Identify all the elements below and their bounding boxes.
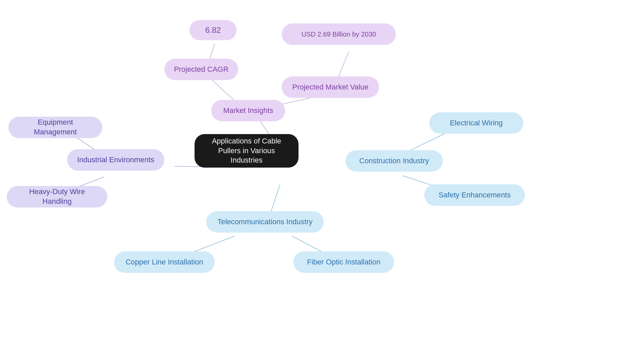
projected-market-value-node: Projected Market Value <box>282 76 379 98</box>
construction-industry-node: Construction Industry <box>345 150 443 172</box>
center-node: Applications of Cable Pullers in Various… <box>195 134 299 168</box>
equipment-management-node: Equipment Management <box>8 117 102 138</box>
svg-line-11 <box>270 184 280 215</box>
telecommunications-node: Telecommunications Industry <box>206 211 324 233</box>
projected-cagr-node: Projected CAGR <box>164 59 238 80</box>
electrical-wiring-node: Electrical Wiring <box>429 112 523 134</box>
cagr-value-node: 6.82 <box>190 20 236 40</box>
safety-enhancements-node: Safety Enhancements <box>424 184 525 206</box>
usd-value-node: USD 2.69 Billion by 2030 <box>282 23 396 45</box>
market-insights-node: Market Insights <box>211 100 285 121</box>
fiber-optic-node: Fiber Optic Installation <box>293 251 394 273</box>
copper-line-node: Copper Line Installation <box>114 251 215 273</box>
industrial-environments-node: Industrial Environments <box>67 149 164 171</box>
heavy-duty-node: Heavy-Duty Wire Handling <box>7 186 107 207</box>
